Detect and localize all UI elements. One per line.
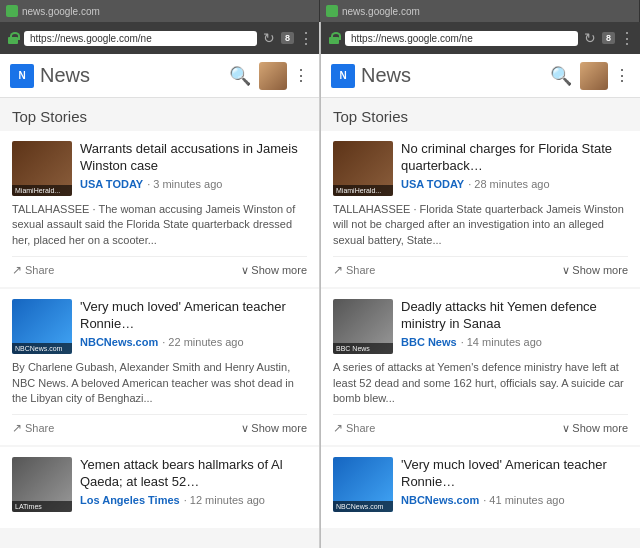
source-name-r2: BBC News [401,336,457,348]
share-icon-2: ↗ [12,421,22,435]
story-thumb-3[interactable]: LATimes [12,457,72,512]
show-more-label-r2: Show more [572,422,628,434]
show-more-1[interactable]: ∨ Show more [241,264,307,277]
share-icon-1: ↗ [12,263,22,277]
source-name-2: NBCNews.com [80,336,158,348]
lock-icon-right [327,31,341,45]
show-more-label-1: Show more [251,264,307,276]
url-field-right[interactable]: https://news.google.com/ne [345,31,578,46]
avatar-left[interactable] [259,62,287,90]
lock-icon-left [6,31,20,45]
chevron-down-icon-1: ∨ [241,264,249,277]
story-info-3: Yemen attack bears hallmarks of Al Qaeda… [80,457,307,512]
share-button-r2[interactable]: ↗ Share [333,421,375,435]
menu-button-left[interactable]: ⋮ [298,29,313,48]
section-title-left: Top Stories [0,98,319,131]
show-more-label-r1: Show more [572,264,628,276]
news-content-left: Top Stories MiamiHerald... Warrants deta… [0,98,319,548]
header-menu-right[interactable]: ⋮ [614,66,630,85]
share-label-r2: Share [346,422,375,434]
address-bar-right: https://news.google.com/ne ↻ 8 ⋮ [321,22,640,54]
chevron-down-icon-2: ∨ [241,422,249,435]
story-meta-2: NBCNews.com · 22 minutes ago [80,336,307,348]
story-card-r1: MiamiHerald... No criminal charges for F… [321,131,640,287]
story-meta-r3: NBCNews.com · 41 minutes ago [401,494,628,506]
browser-tabs-row: news.google.com news.google.com [0,0,640,22]
story-headline-2[interactable]: 'Very much loved' American teacher Ronni… [80,299,307,333]
search-icon-right[interactable]: 🔍 [550,65,572,87]
story-info-1: Warrants detail accusations in Jameis Wi… [80,141,307,196]
show-more-r2[interactable]: ∨ Show more [562,422,628,435]
story-main-r1: MiamiHerald... No criminal charges for F… [333,141,628,196]
lock-shape-right [329,32,339,44]
story-meta-r1: USA TODAY · 28 minutes ago [401,178,628,190]
news-logo-icon-right: N [331,64,355,88]
news-content-right: Top Stories MiamiHerald... No criminal c… [321,98,640,548]
browser-pane-right: https://news.google.com/ne ↻ 8 ⋮ N News … [321,22,640,548]
story-main-3: LATimes Yemen attack bears hallmarks of … [12,457,307,512]
news-header-right: N News 🔍 ⋮ [321,54,640,98]
story-card-r2: BBC News Deadly attacks hit Yemen defenc… [321,289,640,445]
thumb-source-badge-r1: MiamiHerald... [333,185,393,196]
share-label-r1: Share [346,264,375,276]
story-excerpt-1: TALLAHASSEE · The woman accusing Jameis … [12,202,307,248]
search-icon-left[interactable]: 🔍 [229,65,251,87]
tab-left[interactable]: news.google.com [0,0,320,22]
url-field-left[interactable]: https://news.google.com/ne [24,31,257,46]
story-card-2: NBCNews.com 'Very much loved' American t… [0,289,319,445]
chevron-down-icon-r1: ∨ [562,264,570,277]
story-info-r3: 'Very much loved' American teacher Ronni… [401,457,628,512]
show-more-label-2: Show more [251,422,307,434]
avatar-image-left [259,62,287,90]
story-time-r3: · 41 minutes ago [483,494,564,506]
share-button-2[interactable]: ↗ Share [12,421,54,435]
story-thumb-r1[interactable]: MiamiHerald... [333,141,393,196]
tab-right[interactable]: news.google.com [320,0,640,22]
story-main-1: MiamiHerald... Warrants detail accusatio… [12,141,307,196]
story-time-2: · 22 minutes ago [162,336,243,348]
share-button-1[interactable]: ↗ Share [12,263,54,277]
refresh-button-right[interactable]: ↻ [582,30,598,46]
story-headline-r3[interactable]: 'Very much loved' American teacher Ronni… [401,457,628,491]
story-card-3: LATimes Yemen attack bears hallmarks of … [0,447,319,528]
show-more-r1[interactable]: ∨ Show more [562,264,628,277]
tab-count-right[interactable]: 8 [602,32,615,44]
browser-pane-left: https://news.google.com/ne ↻ 8 ⋮ N News … [0,22,320,548]
story-time-3: · 12 minutes ago [184,494,265,506]
story-meta-1: USA TODAY · 3 minutes ago [80,178,307,190]
story-footer-r1: ↗ Share ∨ Show more [333,256,628,277]
news-logo-text-right: News [361,64,411,87]
story-meta-3: Los Angeles Times · 12 minutes ago [80,494,307,506]
story-footer-2: ↗ Share ∨ Show more [12,414,307,435]
share-button-r1[interactable]: ↗ Share [333,263,375,277]
tab-favicon-left [6,5,18,17]
story-thumb-r3[interactable]: NBCNews.com [333,457,393,512]
story-excerpt-2: By Charlene Gubash, Alexander Smith and … [12,360,307,406]
section-title-right: Top Stories [321,98,640,131]
story-time-r2: · 14 minutes ago [461,336,542,348]
refresh-button-left[interactable]: ↻ [261,30,277,46]
story-footer-r2: ↗ Share ∨ Show more [333,414,628,435]
story-card-1: MiamiHerald... Warrants detail accusatio… [0,131,319,287]
story-headline-3[interactable]: Yemen attack bears hallmarks of Al Qaeda… [80,457,307,491]
share-label-1: Share [25,264,54,276]
header-menu-left[interactable]: ⋮ [293,66,309,85]
show-more-2[interactable]: ∨ Show more [241,422,307,435]
address-bar-left: https://news.google.com/ne ↻ 8 ⋮ [0,22,319,54]
story-headline-1[interactable]: Warrants detail accusations in Jameis Wi… [80,141,307,175]
thumb-source-badge-r2: BBC News [333,343,393,354]
story-headline-r2[interactable]: Deadly attacks hit Yemen defence ministr… [401,299,628,333]
tab-count-left[interactable]: 8 [281,32,294,44]
menu-button-right[interactable]: ⋮ [619,29,634,48]
news-logo-right: N News [331,64,411,88]
story-main-r2: BBC News Deadly attacks hit Yemen defenc… [333,299,628,354]
story-thumb-2[interactable]: NBCNews.com [12,299,72,354]
lock-shape-left [8,32,18,44]
story-headline-r1[interactable]: No criminal charges for Florida State qu… [401,141,628,175]
story-thumb-r2[interactable]: BBC News [333,299,393,354]
avatar-right[interactable] [580,62,608,90]
thumb-source-badge-1: MiamiHerald... [12,185,72,196]
avatar-image-right [580,62,608,90]
source-name-r1: USA TODAY [401,178,464,190]
story-thumb-1[interactable]: MiamiHerald... [12,141,72,196]
